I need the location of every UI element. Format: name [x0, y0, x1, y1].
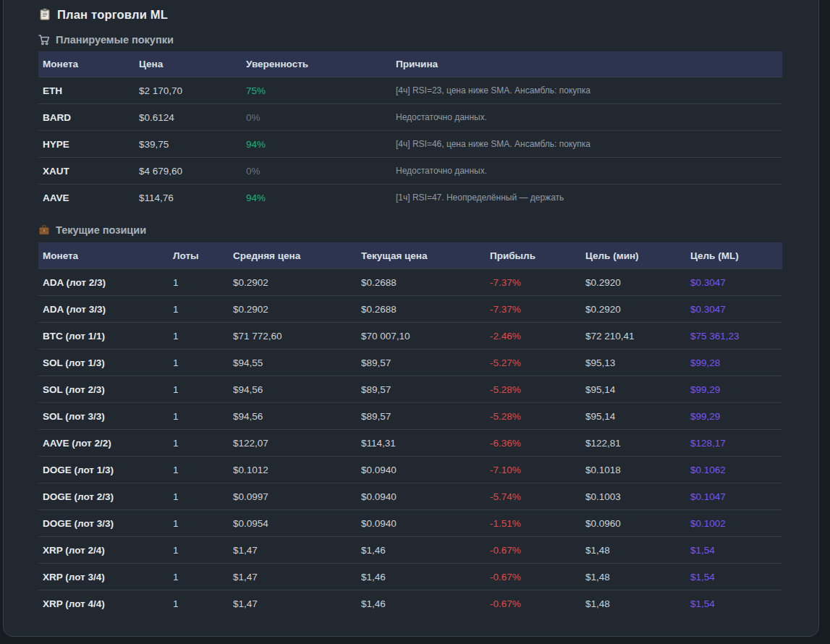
target-min-cell: $95,14	[581, 403, 686, 430]
lots-cell: 1	[169, 296, 229, 323]
target-ml-cell: $0.1002	[686, 510, 782, 537]
table-row: HYPE $39,75 94% [4ч] RSI=46, цена ниже S…	[38, 131, 782, 158]
table-row: BTC (лот 1/1) 1 $71 772,60 $70 007,10 -2…	[38, 323, 782, 349]
avg-price-cell: $0.0997	[229, 483, 357, 510]
target-ml-cell: $75 361,23	[686, 323, 782, 349]
reason-cell: Недостаточно данных.	[391, 104, 782, 131]
purchases-section-header: Планируемые покупки	[38, 33, 784, 47]
panel-title-row: План торговли ML	[38, 7, 784, 22]
coin-cell: SOL (лот 1/3)	[38, 349, 169, 376]
col-coin: Монета	[38, 51, 135, 77]
table-row: BARD $0.6124 0% Недостаточно данных.	[38, 104, 782, 131]
profit-cell: -6.36%	[486, 430, 581, 457]
target-min-cell: $0.1018	[581, 457, 686, 483]
lots-cell: 1	[169, 483, 229, 510]
table-row: SOL (лот 2/3) 1 $94,56 $89,57 -5.28% $95…	[38, 376, 782, 403]
table-row: ADA (лот 2/3) 1 $0.2902 $0.2688 -7.37% $…	[38, 269, 782, 296]
col-confidence: Уверенность	[242, 51, 391, 77]
cur-price-cell: $0.2688	[357, 269, 486, 296]
avg-price-cell: $122,07	[229, 430, 357, 457]
profit-cell: -5.28%	[486, 403, 581, 430]
target-min-cell: $1,48	[581, 564, 686, 590]
profit-cell: -5.27%	[486, 349, 581, 376]
cur-price-cell: $89,57	[357, 349, 486, 376]
target-min-cell: $1,48	[581, 537, 686, 564]
profit-cell: -2.46%	[486, 323, 581, 349]
reason-cell: Недостаточно данных.	[391, 158, 782, 185]
avg-price-cell: $71 772,60	[229, 323, 357, 349]
target-min-cell: $122,81	[581, 430, 686, 457]
avg-price-cell: $1,47	[229, 564, 357, 590]
lots-cell: 1	[169, 376, 229, 403]
avg-price-cell: $1,47	[229, 590, 357, 617]
cur-price-cell: $1,46	[357, 564, 486, 590]
cur-price-cell: $1,46	[357, 590, 486, 617]
target-min-cell: $0.2920	[581, 269, 686, 296]
col-profit: Прибыль	[486, 242, 581, 269]
lots-cell: 1	[169, 349, 229, 376]
purchases-header-row: Монета Цена Уверенность Причина	[38, 51, 782, 77]
avg-price-cell: $94,55	[229, 349, 357, 376]
avg-price-cell: $0.0954	[229, 510, 357, 537]
col-avg-price: Средняя цена	[229, 242, 357, 269]
cur-price-cell: $0.0940	[357, 483, 486, 510]
confidence-cell: 0%	[242, 104, 391, 131]
cur-price-cell: $0.0940	[357, 457, 486, 483]
target-ml-cell: $0.3047	[686, 296, 782, 323]
cur-price-cell: $114,31	[357, 430, 486, 457]
profit-cell: -5.74%	[486, 483, 581, 510]
target-ml-cell: $0.1062	[686, 457, 782, 483]
confidence-cell: 0%	[242, 158, 391, 185]
avg-price-cell: $0.2902	[229, 296, 357, 323]
target-min-cell: $0.2920	[581, 296, 686, 323]
price-cell: $2 170,70	[135, 77, 242, 104]
purchases-section-title: Планируемые покупки	[56, 34, 174, 46]
lots-cell: 1	[169, 564, 229, 590]
avg-price-cell: $94,56	[229, 376, 357, 403]
positions-header-row: Монета Лоты Средняя цена Текущая цена Пр…	[38, 242, 782, 269]
col-lots: Лоты	[169, 242, 229, 269]
profit-cell: -7.37%	[486, 296, 581, 323]
profit-cell: -7.10%	[486, 457, 581, 483]
reason-cell: [1ч] RSI=47. Неопределённый — держать	[391, 185, 782, 211]
target-ml-cell: $99,28	[686, 349, 782, 376]
price-cell: $4 679,60	[135, 158, 242, 185]
positions-section-header: Текущие позиции	[38, 223, 784, 237]
purchases-table: Монета Цена Уверенность Причина ETH $2 1…	[38, 51, 782, 211]
reason-cell: [4ч] RSI=46, цена ниже SMA. Ансамбль: по…	[391, 131, 782, 158]
cur-price-cell: $0.0940	[357, 510, 486, 537]
cur-price-cell: $0.2688	[357, 296, 486, 323]
avg-price-cell: $0.1012	[229, 457, 357, 483]
table-row: XRP (лот 4/4) 1 $1,47 $1,46 -0.67% $1,48…	[38, 590, 782, 617]
coin-cell: XRP (лот 2/4)	[38, 537, 169, 564]
lots-cell: 1	[169, 269, 229, 296]
profit-cell: -0.67%	[486, 564, 581, 590]
coin-cell: BARD	[38, 104, 135, 131]
col-target-min: Цель (мин)	[581, 242, 686, 269]
avg-price-cell: $94,56	[229, 403, 357, 430]
table-row: ADA (лот 3/3) 1 $0.2902 $0.2688 -7.37% $…	[38, 296, 782, 323]
table-row: XRP (лот 2/4) 1 $1,47 $1,46 -0.67% $1,48…	[38, 537, 782, 564]
coin-cell: BTC (лот 1/1)	[38, 323, 169, 349]
target-ml-cell: $128,17	[686, 430, 782, 457]
col-price: Цена	[135, 51, 242, 77]
target-ml-cell: $99,29	[686, 376, 782, 403]
briefcase-icon	[38, 224, 50, 236]
confidence-cell: 75%	[242, 77, 391, 104]
table-row: AAVE $114,76 94% [1ч] RSI=47. Неопределё…	[38, 185, 782, 211]
coin-cell: ADA (лот 3/3)	[38, 296, 169, 323]
coin-cell: AAVE (лот 2/2)	[38, 430, 169, 457]
table-row: XRP (лот 3/4) 1 $1,47 $1,46 -0.67% $1,48…	[38, 564, 782, 590]
target-min-cell: $95,14	[581, 376, 686, 403]
profit-cell: -0.67%	[486, 590, 581, 617]
cur-price-cell: $89,57	[357, 403, 486, 430]
reason-cell: [4ч] RSI=23, цена ниже SMA. Ансамбль: по…	[391, 77, 782, 104]
lots-cell: 1	[169, 510, 229, 537]
avg-price-cell: $0.2902	[229, 269, 357, 296]
target-ml-cell: $0.1047	[686, 483, 782, 510]
target-ml-cell: $99,29	[686, 403, 782, 430]
col-cur-price: Текущая цена	[357, 242, 486, 269]
price-cell: $0.6124	[135, 104, 242, 131]
target-ml-cell: $1,54	[686, 564, 782, 590]
cur-price-cell: $89,57	[357, 376, 486, 403]
